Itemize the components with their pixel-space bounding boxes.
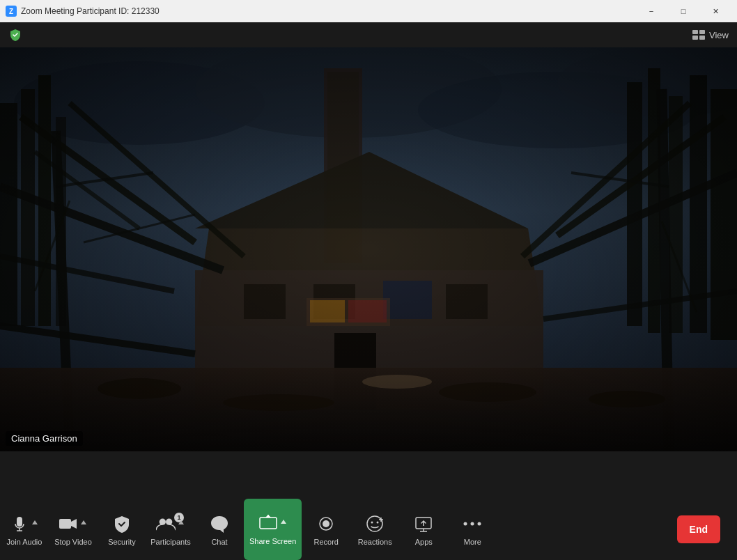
- svg-rect-3: [699, 30, 705, 34]
- security-button[interactable]: Security: [98, 499, 146, 560]
- more-label: More: [464, 538, 481, 546]
- stop-video-button[interactable]: Stop Video: [49, 499, 98, 560]
- stop-video-chevron[interactable]: [79, 518, 88, 527]
- topbar-left: [8, 28, 22, 42]
- join-audio-chevron[interactable]: [31, 518, 39, 527]
- security-icon: [112, 514, 132, 534]
- topbar: View: [0, 22, 737, 47]
- titlebar: Z Zoom Meeting Participant ID: 212330 − …: [0, 0, 737, 22]
- audio-icon: [10, 514, 29, 534]
- participants-icon: [156, 514, 176, 534]
- svg-rect-62: [260, 518, 277, 529]
- close-button[interactable]: ✕: [699, 0, 731, 22]
- apps-label: Apps: [415, 538, 433, 546]
- titlebar-controls: − □ ✕: [635, 0, 731, 22]
- maximize-button[interactable]: □: [667, 0, 699, 22]
- view-label: View: [709, 30, 729, 40]
- svg-text:Z: Z: [9, 8, 13, 15]
- toolbar: Join Audio Stop Video: [0, 499, 737, 560]
- view-icon: [692, 30, 705, 40]
- participants-icon-wrap: 1: [156, 514, 185, 534]
- more-icon-wrap: [463, 514, 482, 534]
- reactions-icon: [365, 514, 385, 534]
- svg-point-67: [371, 522, 373, 524]
- titlebar-title: Zoom Meeting Participant ID: 212330: [21, 6, 160, 16]
- chat-label: Chat: [211, 538, 227, 546]
- security-icon-wrap: [112, 514, 132, 534]
- divider-area: [0, 451, 737, 499]
- svg-point-66: [367, 516, 382, 531]
- reactions-button[interactable]: Reactions: [350, 499, 399, 560]
- svg-rect-56: [0, 47, 737, 451]
- chat-icon: [210, 514, 229, 534]
- join-audio-icon-wrap: [10, 514, 39, 534]
- stop-video-label: Stop Video: [54, 538, 92, 546]
- security-label: Security: [108, 538, 136, 546]
- participants-button[interactable]: 1 Participants: [146, 499, 195, 560]
- svg-point-75: [464, 522, 467, 526]
- chat-icon-wrap: [210, 514, 229, 534]
- svg-point-60: [160, 519, 166, 525]
- shield-icon: [8, 28, 22, 42]
- apps-icon: [414, 514, 433, 534]
- chat-button[interactable]: Chat: [195, 499, 244, 560]
- more-button[interactable]: More: [448, 499, 497, 560]
- view-button[interactable]: View: [692, 30, 729, 40]
- titlebar-left: Z Zoom Meeting Participant ID: 212330: [6, 6, 160, 17]
- record-icon-wrap: [316, 514, 336, 534]
- svg-rect-5: [699, 36, 705, 40]
- apps-button[interactable]: Apps: [399, 499, 448, 560]
- apps-icon-wrap: [414, 514, 433, 534]
- record-button[interactable]: Record: [302, 499, 350, 560]
- svg-rect-4: [692, 36, 698, 40]
- share-screen-icon-wrap: [258, 513, 288, 533]
- reactions-label: Reactions: [358, 538, 392, 546]
- minimize-button[interactable]: −: [635, 0, 667, 22]
- share-screen-label: Share Screen: [249, 537, 296, 545]
- reactions-icon-wrap: [365, 514, 385, 534]
- participants-label: Participants: [150, 538, 190, 546]
- participant-name-label: Cianna Garrison: [6, 431, 83, 446]
- svg-rect-59: [59, 519, 71, 529]
- video-icon: [59, 514, 78, 534]
- share-screen-icon: [258, 513, 278, 533]
- share-screen-button[interactable]: Share Screen: [244, 499, 302, 560]
- stop-video-icon-wrap: [59, 514, 88, 534]
- end-button[interactable]: End: [677, 515, 720, 543]
- svg-point-76: [471, 522, 474, 526]
- join-audio-label: Join Audio: [7, 538, 42, 546]
- more-icon: [463, 514, 482, 534]
- video-area: Cianna Garrison: [0, 47, 737, 451]
- zoom-logo-icon: Z: [6, 6, 17, 17]
- svg-point-65: [323, 520, 329, 527]
- record-label: Record: [314, 538, 339, 546]
- svg-point-61: [166, 519, 172, 525]
- end-button-wrap: End: [677, 499, 737, 560]
- join-audio-button[interactable]: Join Audio: [0, 499, 49, 560]
- svg-point-68: [377, 522, 379, 524]
- record-icon: [316, 514, 336, 534]
- participants-chevron[interactable]: [177, 518, 185, 527]
- share-screen-chevron[interactable]: [279, 518, 288, 526]
- svg-rect-2: [692, 30, 698, 34]
- svg-point-77: [478, 522, 481, 526]
- video-scene: [0, 47, 737, 451]
